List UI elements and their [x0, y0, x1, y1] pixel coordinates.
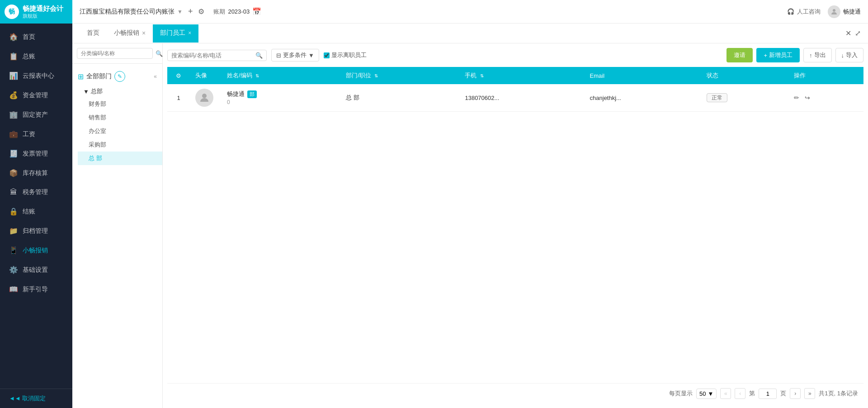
total-info: 共1页, 1条记录	[819, 389, 858, 398]
dept-group-name: 总部	[91, 87, 103, 95]
dept-item-headquarters[interactable]: 总 部	[78, 152, 162, 165]
tab-dept[interactable]: 部门员工 ×	[153, 24, 198, 43]
sidebar-item-ledger[interactable]: 📋 总账	[0, 47, 72, 66]
tab-expand-btn[interactable]: ⤢	[855, 29, 861, 38]
company-name: 江西服宝精品有限责任公司内账张	[80, 8, 175, 16]
dept-all-item[interactable]: ⊞ 全部部门 ✎ «	[72, 67, 162, 85]
table-row: 1 畅捷通 部	[167, 84, 863, 112]
sidebar-label-home: 首页	[23, 33, 35, 41]
edit-employee-button[interactable]: ✏	[794, 94, 799, 101]
table-header-row: ⚙ 头像 姓名/编码 ⇅ 部门/职位 ⇅ 手机 ⇅ Email 状态 操作	[167, 67, 863, 84]
import-button[interactable]: ↓ 导入	[835, 48, 864, 62]
sidebar-item-assets[interactable]: 🏢 固定资产	[0, 105, 72, 124]
col-gear[interactable]: ⚙	[167, 67, 190, 84]
salary-icon: 💼	[9, 130, 18, 138]
sidebar-item-reports[interactable]: 📊 云报表中心	[0, 66, 72, 85]
sidebar-item-settings[interactable]: ⚙️ 基础设置	[0, 260, 72, 280]
dept-search-input[interactable]	[77, 48, 153, 59]
tab-close-btn[interactable]: ✕	[845, 29, 851, 38]
sidebar-label-close: 结账	[23, 208, 35, 216]
col-name[interactable]: 姓名/编码 ⇅	[222, 67, 340, 84]
sidebar-label-archive: 归档管理	[23, 227, 48, 235]
row-index: 1	[167, 84, 190, 112]
sidebar-item-salary[interactable]: 💼 工资	[0, 124, 72, 144]
last-page-button[interactable]: »	[804, 388, 815, 399]
sidebar-item-invoice[interactable]: 🧾 发票管理	[0, 144, 72, 163]
username: 畅捷通	[843, 8, 861, 16]
dept-tree: ⊞ 全部部门 ✎ « ▼ 总部 财务部 销售部 办公室 采购部 总 部	[72, 64, 162, 408]
svg-point-1	[202, 94, 207, 98]
next-page-button[interactable]: ›	[790, 388, 801, 399]
calendar-icon[interactable]: 📅	[252, 7, 261, 16]
sidebar-item-expense[interactable]: 📱 小畅报销	[0, 241, 72, 260]
reports-icon: 📊	[9, 71, 18, 80]
sidebar-item-tax[interactable]: 🏛 税务管理	[0, 183, 72, 202]
home-icon: 🏠	[9, 33, 18, 41]
dept-edit-button[interactable]: ✎	[114, 71, 125, 82]
page-label: 页	[780, 389, 786, 398]
sidebar-item-inventory[interactable]: 📦 库存核算	[0, 163, 72, 183]
dept-item-finance[interactable]: 财务部	[78, 97, 162, 111]
employee-status: 正常	[707, 93, 727, 102]
col-status: 状态	[701, 67, 788, 84]
tabs-bar: 首页 小畅报销 × 部门员工 × ✕ ⤢	[72, 24, 868, 43]
sidebar-pin-toggle[interactable]: ◄◄ 取消固定	[0, 389, 72, 408]
employee-table: ⚙ 头像 姓名/编码 ⇅ 部门/职位 ⇅ 手机 ⇅ Email 状态 操作 1	[167, 67, 863, 112]
emp-search-input[interactable]	[171, 52, 253, 59]
dept-item-purchase[interactable]: 采购部	[78, 138, 162, 152]
sidebar-item-archive[interactable]: 📁 归档管理	[0, 221, 72, 241]
page-number-input[interactable]	[759, 389, 777, 399]
col-actions: 操作	[788, 67, 863, 84]
dept-item-office[interactable]: 办公室	[78, 124, 162, 138]
dept-item-sales[interactable]: 销售部	[78, 111, 162, 124]
logout-employee-button[interactable]: ↪	[805, 94, 810, 101]
emp-search-icon[interactable]: 🔍	[255, 52, 263, 59]
prev-page-button[interactable]: ‹	[735, 388, 745, 399]
tab-home[interactable]: 首页	[80, 24, 107, 43]
col-phone[interactable]: 手机 ⇅	[459, 67, 584, 84]
employee-name: 畅捷通	[227, 90, 245, 98]
show-resigned-checkbox[interactable]	[324, 52, 330, 58]
first-page-button[interactable]: «	[720, 388, 731, 399]
dept-collapse-btn[interactable]: «	[154, 73, 157, 80]
emp-filter-btn[interactable]: ⊟ 更多条件 ▼	[271, 49, 319, 62]
logo-text: 畅捷通好会计	[23, 5, 63, 13]
sidebar-item-fund[interactable]: 💰 资金管理	[0, 85, 72, 105]
dept-group-general: ▼ 总部 财务部 销售部 办公室 采购部 总 部	[72, 85, 162, 165]
row-phone-cell: 138070602...	[459, 84, 584, 112]
topbar-period: 账期 2023-03 📅	[213, 7, 261, 16]
row-status-cell: 正常	[701, 84, 788, 112]
sidebar-item-guide[interactable]: 📖 新手引导	[0, 280, 72, 299]
service-button[interactable]: 🎧 人工咨询	[787, 8, 821, 16]
col-dept[interactable]: 部门/职位 ⇅	[340, 67, 459, 84]
tab-expense-close[interactable]: ×	[142, 29, 146, 37]
tab-dept-close[interactable]: ×	[188, 30, 191, 36]
dept-search-icon[interactable]: 🔍	[156, 50, 163, 57]
export-button[interactable]: ↑ 导出	[803, 48, 832, 62]
dept-search-bar: 🔍	[72, 43, 162, 64]
topbar-add-button[interactable]: +	[188, 7, 193, 16]
employee-dept-badge: 部	[247, 90, 257, 98]
employee-email: chanjethkj...	[590, 95, 621, 101]
topbar-company[interactable]: 江西服宝精品有限责任公司内账张 ▼	[80, 8, 183, 16]
row-name-cell: 畅捷通 部 0	[222, 84, 340, 112]
user-menu[interactable]: 畅捷通	[828, 5, 861, 18]
topbar: 江西服宝精品有限责任公司内账张 ▼ + ⚙ 账期 2023-03 📅 🎧 人工咨…	[72, 0, 868, 24]
add-icon: +	[764, 52, 767, 59]
sidebar-label-salary: 工资	[23, 130, 35, 138]
add-employee-button[interactable]: + 新增员工	[756, 48, 800, 62]
sidebar-item-home[interactable]: 🏠 首页	[0, 27, 72, 47]
emp-search-bar: 🔍	[167, 50, 267, 61]
sidebar-item-close[interactable]: 🔒 结账	[0, 202, 72, 221]
assets-icon: 🏢	[9, 110, 18, 119]
show-resigned-label: 显示离职员工	[331, 51, 367, 59]
invite-button[interactable]: 邀请	[726, 48, 753, 62]
tab-expense[interactable]: 小畅报销 ×	[107, 24, 153, 43]
emp-show-resigned-toggle[interactable]: 显示离职员工	[324, 51, 367, 59]
employee-avatar	[195, 89, 213, 107]
sidebar-label-invoice: 发票管理	[23, 150, 48, 158]
dept-all-label: 全部部门	[86, 72, 112, 81]
page-size-select[interactable]: 50 ▼	[696, 389, 717, 399]
sidebar-label-settings: 基础设置	[23, 266, 48, 274]
topbar-settings-icon[interactable]: ⚙	[198, 7, 204, 16]
